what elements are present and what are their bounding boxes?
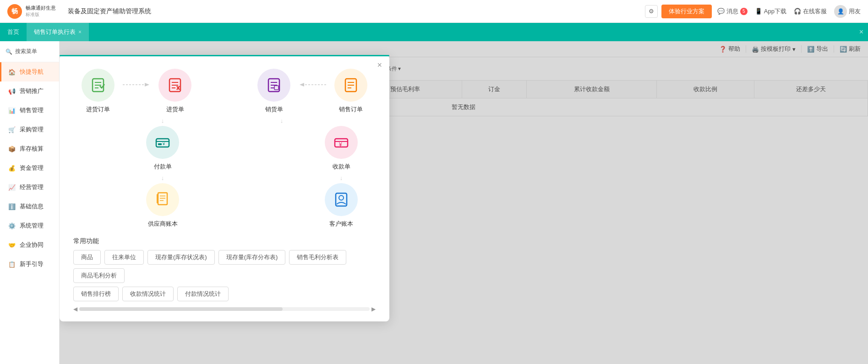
home-icon: 🏠 xyxy=(8,68,16,76)
scrollbar-right-arrow[interactable]: ▶ xyxy=(371,306,376,312)
modal-overlay[interactable]: × 进货订单 xyxy=(60,41,868,364)
scrollbar-track[interactable] xyxy=(79,307,370,311)
sidebar-item-inventory[interactable]: 📦 库存核算 xyxy=(0,139,59,158)
search-menu-item[interactable]: 🔍 搜索菜单 xyxy=(5,46,54,57)
sidebar-item-finance-label: 资金管理 xyxy=(20,164,44,172)
sales-icon: 📊 xyxy=(8,106,16,114)
gear-button[interactable]: ⚙ xyxy=(645,5,658,18)
svg-marker-5 xyxy=(145,83,149,87)
wf-label-purchase-bill: 进货单 xyxy=(166,105,184,114)
wf-node-payment[interactable]: ¥ 付款单 xyxy=(133,126,192,171)
sidebar-item-operations[interactable]: 📈 经营管理 xyxy=(0,178,59,197)
workflow-row3: 供应商账本 客户账本 xyxy=(73,183,376,228)
message-badge: 5 xyxy=(740,8,748,15)
sidebar-item-newbie-label: 新手引导 xyxy=(20,260,44,268)
sidebar-item-finance[interactable]: 💰 资金管理 xyxy=(0,158,59,178)
tab-close-icon[interactable]: × xyxy=(78,29,82,35)
func-btn-goods-profit[interactable]: 商品毛利分析 xyxy=(73,268,125,283)
common-functions: 常用功能 商品 往来单位 现存量(库存状况表) 现存量(库存分布表) 销售毛利分… xyxy=(73,237,376,301)
wf-circle-customer-ledger xyxy=(325,183,358,216)
wf-label-receipt: 收款单 xyxy=(333,163,350,171)
message-icon: 💬 xyxy=(717,8,725,15)
sidebar-item-newbie[interactable]: 📋 新手引导 xyxy=(0,255,59,274)
inventory-icon: 📦 xyxy=(8,145,16,153)
sidebar-item-purchase[interactable]: 🛒 采购管理 xyxy=(0,120,59,139)
func-btn-sales-rank[interactable]: 销售排行榜 xyxy=(73,287,119,301)
wf-label-supplier-ledger: 供应商账本 xyxy=(148,220,178,228)
wf-node-receipt[interactable]: ¥ 收款单 xyxy=(311,126,371,171)
sidebar-item-marketing[interactable]: 📢 营销推广 xyxy=(0,81,59,101)
wf-circle-sale-order xyxy=(334,69,367,102)
func-btn-stock-dist[interactable]: 现存量(库存分布表) xyxy=(218,250,286,265)
close-all-tabs-icon[interactable]: × xyxy=(859,28,863,36)
sidebar-item-collab[interactable]: 🤝 企业协同 xyxy=(0,235,59,255)
wf-node-sale-order[interactable]: 销售订单 xyxy=(326,69,376,114)
wf-circle-purchase-order xyxy=(82,69,115,102)
modal-content: × 进货订单 xyxy=(60,55,389,321)
sidebar: 🔍 搜索菜单 🏠 快捷导航 📢 营销推广 📊 销售管理 🛒 xyxy=(0,41,60,364)
func-btn-stock-status[interactable]: 现存量(库存状况表) xyxy=(147,250,215,265)
modal-teal-line xyxy=(60,55,389,56)
search-menu-label: 搜索菜单 xyxy=(15,48,37,55)
sidebar-item-quicknav[interactable]: 🏠 快捷导航 xyxy=(0,62,59,81)
wf-circle-receipt: ¥ xyxy=(325,126,358,159)
func-btn-partner[interactable]: 往来单位 xyxy=(104,250,144,265)
func-btn-sales-profit[interactable]: 销售毛利分析表 xyxy=(289,250,346,265)
sidebar-item-sales[interactable]: 📊 销售管理 xyxy=(0,101,59,120)
sidebar-item-sales-label: 销售管理 xyxy=(20,106,44,114)
online-service-item[interactable]: 🎧 在线客服 xyxy=(794,7,827,16)
app-wrapper: 畅 畅康通好生意 标准版 装备及固定资产辅助管理系统 ⚙ 体验行业方案 💬 消息… xyxy=(0,0,868,364)
message-item[interactable]: 💬 消息 5 xyxy=(717,7,748,16)
wf-circle-sale-bill xyxy=(257,69,290,102)
sidebar-item-basicinfo[interactable]: ℹ️ 基础信息 xyxy=(0,197,59,216)
sidebar-item-quicknav-label: 快捷导航 xyxy=(20,68,44,76)
svg-point-36 xyxy=(339,196,344,200)
scrollbar-left-arrow[interactable]: ◀ xyxy=(73,306,77,312)
user-area[interactable]: 👤 用友 xyxy=(834,5,861,18)
sidebar-item-inventory-label: 库存核算 xyxy=(20,145,44,153)
svg-rect-16 xyxy=(274,86,278,90)
func-btn-receipt-stats[interactable]: 收款情况统计 xyxy=(122,287,174,301)
wf-circle-purchase-bill xyxy=(158,69,191,102)
svg-rect-30 xyxy=(158,193,167,205)
workflow-arrows-down2: ↓ ↓ xyxy=(73,174,376,181)
operations-icon: 📈 xyxy=(8,183,16,191)
svg-rect-25 xyxy=(158,143,162,145)
func-btn-payment-stats[interactable]: 付款情况统计 xyxy=(177,287,229,301)
basicinfo-icon: ℹ️ xyxy=(8,202,16,211)
sysconfig-icon: ⚙️ xyxy=(8,222,16,230)
user-name: 用友 xyxy=(849,7,861,16)
top-controls: ⚙ 体验行业方案 xyxy=(645,5,712,18)
app-download-label: App下载 xyxy=(764,7,786,16)
wf-node-supplier-ledger[interactable]: 供应商账本 xyxy=(133,183,192,228)
wf-arrow-sale-order xyxy=(299,81,326,88)
wf-label-purchase-order: 进货订单 xyxy=(86,105,110,114)
workflow-row2: ¥ 付款单 ¥ 收款单 xyxy=(73,126,376,171)
common-functions-title: 常用功能 xyxy=(73,237,376,245)
marketing-icon: 📢 xyxy=(8,87,16,95)
wf-node-sale-bill[interactable]: 销货单 xyxy=(249,69,299,114)
tab-home-label: 首页 xyxy=(7,28,19,36)
workflow-row1: 进货订单 进货单 xyxy=(73,69,376,114)
logo-area: 畅 畅康通好生意 标准版 xyxy=(7,4,62,19)
sidebar-search[interactable]: 🔍 搜索菜单 xyxy=(0,41,59,62)
wf-node-purchase-bill[interactable]: 进货单 xyxy=(150,69,200,114)
wf-circle-supplier-ledger xyxy=(146,183,179,216)
system-title: 装备及固定资产辅助管理系统 xyxy=(68,7,639,16)
func-row-1: 商品 往来单位 现存量(库存状况表) 现存量(库存分布表) 销售毛利分析表 商品… xyxy=(73,250,376,283)
wf-label-sale-bill: 销货单 xyxy=(265,105,283,114)
func-btn-goods[interactable]: 商品 xyxy=(73,250,101,265)
logo-subtext: 标准版 xyxy=(26,11,56,18)
wf-node-customer-ledger[interactable]: 客户账本 xyxy=(311,183,371,228)
app-download-item[interactable]: 📱 App下载 xyxy=(755,7,786,16)
sidebar-item-marketing-label: 营销推广 xyxy=(20,87,44,95)
sidebar-item-sysconfig[interactable]: ⚙️ 系统管理 xyxy=(0,216,59,235)
wf-label-payment: 付款单 xyxy=(154,163,172,171)
tab-sales-order[interactable]: 销售订单执行表 × xyxy=(27,23,89,41)
top-bar: 畅 畅康通好生意 标准版 装备及固定资产辅助管理系统 ⚙ 体验行业方案 💬 消息… xyxy=(0,0,868,23)
nav-tabs: 首页 销售订单执行表 × × xyxy=(0,23,868,41)
experience-button[interactable]: 体验行业方案 xyxy=(661,5,712,18)
wf-node-purchase-order[interactable]: 进货订单 xyxy=(73,69,123,114)
tab-home[interactable]: 首页 xyxy=(0,23,27,41)
modal-close-button[interactable]: × xyxy=(377,60,382,70)
